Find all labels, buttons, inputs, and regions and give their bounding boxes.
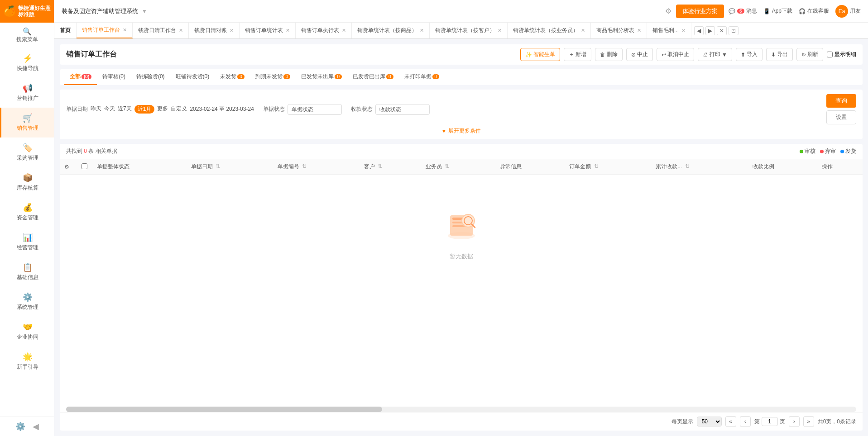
print-button[interactable]: 🖨 打印 ▼: [698, 48, 732, 61]
tab-sales-summary-staff[interactable]: 销货单统计表（按业务员） ✕: [508, 23, 591, 38]
tab-expand-button[interactable]: ⊡: [729, 26, 739, 35]
sidebar-item-finance[interactable]: 💰 资金管理: [0, 197, 54, 227]
filter-expand[interactable]: ▼ 展开更多条件: [441, 127, 481, 135]
th-amount[interactable]: 订单金额 ⇅: [565, 159, 651, 175]
subtab-all[interactable]: 全部(0): [64, 69, 97, 85]
th-staff[interactable]: 业务员 ⇅: [421, 159, 495, 175]
tab-close-icon[interactable]: ✕: [498, 28, 502, 33]
collapse-icon[interactable]: ◀: [33, 422, 39, 431]
tab-next-button[interactable]: ▶: [705, 26, 715, 35]
sidebar-item-corp[interactable]: 🤝 企业协同: [0, 317, 54, 346]
th-collected[interactable]: 累计收款... ⇅: [651, 159, 748, 175]
tab-close-all-button[interactable]: ✕: [717, 26, 727, 35]
filter-date-more[interactable]: 更多: [157, 105, 168, 114]
delete-button[interactable]: 🗑 删除: [595, 48, 623, 61]
cancel-audit-button[interactable]: 弃审: [820, 147, 836, 155]
tab-sales-stat[interactable]: 销售订单统计表 ✕: [240, 23, 296, 38]
sidebar-item-inventory[interactable]: 📦 库存核算: [0, 167, 54, 197]
tab-gross-profit[interactable]: 商品毛利分析表 ✕: [591, 23, 647, 38]
sidebar-item-purchase[interactable]: 🏷️ 采购管理: [0, 137, 54, 167]
page-input[interactable]: [762, 417, 778, 426]
subtab-shipped-out[interactable]: 已发货已出库0: [347, 69, 399, 85]
query-button[interactable]: 查询: [826, 94, 856, 108]
setting-button[interactable]: 设置: [826, 110, 856, 124]
tab-close-icon[interactable]: ✕: [681, 28, 686, 33]
tab-sales-more[interactable]: 销售毛利... ✕: [647, 23, 691, 38]
filter-date-today[interactable]: 今天: [104, 105, 115, 114]
add-button[interactable]: ＋ 新增: [564, 48, 591, 61]
show-detail-checkbox[interactable]: [827, 52, 833, 57]
prev-page-button[interactable]: ‹: [740, 416, 751, 427]
import-button[interactable]: ⬆ 导入: [736, 48, 762, 61]
th-checkbox[interactable]: [76, 159, 92, 175]
solution-button[interactable]: 体验行业方案: [676, 5, 724, 18]
sidebar-item-system[interactable]: ⚙️ 系统管理: [0, 287, 54, 317]
page-size-select[interactable]: 50 10 20 100: [697, 417, 722, 427]
sidebar-item-quicknav[interactable]: ⚡ 快捷导航: [0, 48, 54, 78]
subtab-not-shipped[interactable]: 未发货0: [215, 69, 250, 85]
th-number[interactable]: 单据编号 ⇅: [273, 159, 360, 175]
settings-bottom-icon[interactable]: ⚙️: [15, 422, 25, 431]
subtab-overdue-not-shipped[interactable]: 到期未发货0: [250, 69, 296, 85]
subtab-wangpu[interactable]: 旺铺待发货(0): [170, 69, 215, 85]
th-setting[interactable]: ⚙: [60, 159, 76, 175]
select-all-checkbox[interactable]: [82, 163, 87, 169]
tab-close-icon[interactable]: ✕: [342, 28, 346, 33]
export-button[interactable]: ⬇ 导出: [766, 48, 793, 61]
tab-prev-button[interactable]: ◀: [694, 26, 704, 35]
tab-sales-exec[interactable]: 销售订单执行表 ✕: [296, 23, 352, 38]
filter-date-7days[interactable]: 近7天: [118, 105, 132, 114]
subtab-not-printed[interactable]: 未打印单据0: [399, 69, 445, 85]
tab-close-icon[interactable]: ✕: [286, 28, 290, 33]
sidebar-item-search[interactable]: 🔍 搜索菜单: [0, 23, 54, 48]
filter-date-1month[interactable]: 近1月: [134, 105, 155, 114]
tab-close-icon[interactable]: ✕: [230, 28, 234, 33]
tab-sales-summary-customer[interactable]: 销货单统计表（按客户） ✕: [430, 23, 508, 38]
sidebar-item-marketing[interactable]: 📢 营销推广: [0, 78, 54, 108]
tab-home[interactable]: 首页: [54, 23, 77, 38]
subtab-pending-review[interactable]: 待审核(0): [97, 69, 131, 85]
tab-close-icon[interactable]: ✕: [637, 28, 641, 33]
filter-date-custom[interactable]: 自定义: [171, 105, 187, 114]
app-download-item[interactable]: 📱 App下载: [763, 7, 792, 15]
online-service-item[interactable]: 🎧 在线客服: [799, 7, 829, 15]
ship-button[interactable]: 发货: [840, 147, 856, 155]
topbar-dropdown-icon[interactable]: ▼: [142, 8, 147, 14]
tab-sales-summary-product[interactable]: 销货单统计表（按商品） ✕: [352, 23, 430, 38]
first-page-button[interactable]: «: [725, 416, 736, 427]
th-date[interactable]: 单据日期 ⇅: [187, 159, 273, 175]
tab-cash-reconcile[interactable]: 钱货日清对账 ✕: [189, 23, 240, 38]
last-page-button[interactable]: »: [803, 416, 814, 427]
sidebar-item-operation[interactable]: 📊 经营管理: [0, 227, 54, 257]
user-item[interactable]: Ea 用友: [835, 5, 861, 18]
filter-payment-select[interactable]: 收款状态: [375, 104, 430, 115]
tab-close-icon[interactable]: ✕: [581, 28, 585, 33]
filter-date-yesterday[interactable]: 昨天: [91, 105, 101, 114]
tab-close-icon[interactable]: ✕: [420, 28, 424, 33]
subtab-bar: 全部(0) 待审核(0) 待拣验货(0) 旺铺待发货(0) 未发货0 到期未发货…: [60, 69, 863, 85]
subtab-pending-check[interactable]: 待拣验货(0): [131, 69, 170, 85]
horizontal-scrollbar[interactable]: [66, 407, 856, 412]
subtab-shipped-not-out[interactable]: 已发货未出库0: [296, 69, 347, 85]
sidebar-item-guide[interactable]: 🌟 新手引导: [0, 346, 54, 376]
refresh-button[interactable]: ↻ 刷新: [796, 48, 823, 61]
sidebar-item-base[interactable]: 📋 基础信息: [0, 257, 54, 287]
stop-button[interactable]: ⊘ 中止: [626, 48, 653, 61]
smart-create-button[interactable]: ✨ 智能生单: [520, 48, 560, 61]
next-page-button[interactable]: ›: [789, 416, 800, 427]
tab-sales-workbench[interactable]: 销售订单工作台 ✕: [77, 23, 133, 38]
cancel-stop-button[interactable]: ↩ 取消中止: [657, 48, 694, 61]
tab-close-icon[interactable]: ✕: [179, 28, 183, 33]
topbar-gear-icon[interactable]: ⚙: [665, 7, 671, 15]
tab-close-icon[interactable]: ✕: [123, 27, 127, 33]
message-item[interactable]: 💬 6 消息: [729, 7, 757, 15]
th-customer[interactable]: 客户 ⇅: [360, 159, 421, 175]
show-detail-label[interactable]: 显示明细: [827, 51, 856, 58]
scrollbar-thumb[interactable]: [66, 407, 382, 412]
sidebar-quicknav-label: 快捷导航: [17, 65, 38, 72]
filter-status-select[interactable]: 单据状态: [288, 104, 342, 115]
tab-label: 销货单统计表（按业务员）: [513, 27, 578, 34]
sidebar-item-sales[interactable]: 🛒 销售管理: [0, 108, 54, 137]
audit-button[interactable]: 审核: [800, 147, 815, 155]
tab-cash-daily[interactable]: 钱货日清工作台 ✕: [133, 23, 189, 38]
